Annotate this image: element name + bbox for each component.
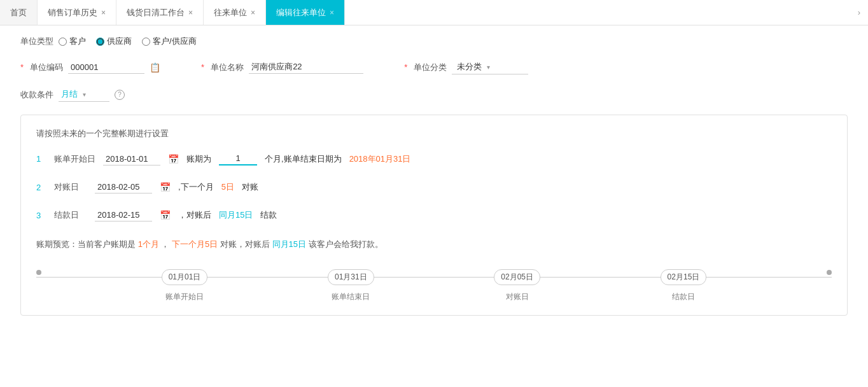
timeline-right-dot <box>827 270 832 275</box>
timeline: 01月01日 账单开始日 01月31日 账单结束日 02月05日 对账日 02月… <box>36 264 832 302</box>
radio-supplier-input[interactable] <box>96 38 104 46</box>
tab-edit-partner[interactable]: 编辑往来单位 × <box>266 0 345 25</box>
period-row-3-cal-icon[interactable]: 📅 <box>160 210 171 220</box>
tab-partner[interactable]: 往来单位 × <box>204 0 266 25</box>
tab-cash-daily-label: 钱货日清工作台 <box>127 7 185 18</box>
timeline-dot-left <box>36 270 41 275</box>
tab-edit-partner-close[interactable]: × <box>330 8 334 17</box>
preview-part1: 1个月 <box>138 239 159 249</box>
radio-supplier-label: 供应商 <box>107 36 132 47</box>
tab-sales-history-label: 销售订单历史 <box>48 7 97 18</box>
period-row-3-date[interactable] <box>95 209 152 222</box>
period-row-1-suffix-post: 个月,账单结束日期为 <box>265 153 342 165</box>
period-row-2-highlight: 5日 <box>221 181 234 193</box>
unit-classify-field: * 单位分类 未分类 ▾ <box>404 60 528 74</box>
unit-code-label: 单位编码 <box>30 62 63 73</box>
timeline-points: 01月01日 账单开始日 01月31日 账单结束日 02月05日 对账日 02月… <box>36 269 832 302</box>
timeline-date-3: 02月05日 <box>494 269 540 285</box>
tabs-right-arrow[interactable]: › <box>850 8 868 17</box>
tabs-bar: 首页 销售订单历史 × 钱货日清工作台 × 往来单位 × 编辑往来单位 × › <box>0 0 868 25</box>
payment-terms-row: 收款条件 月结 ▾ ? <box>20 87 848 102</box>
period-row-1-num: 1 <box>36 154 46 164</box>
period-row-1: 1 账单开始日 📅 账期为 个月,账单结束日期为 2018年01月31日 <box>36 152 832 165</box>
radio-supplier[interactable]: 供应商 <box>96 36 132 47</box>
timeline-left-dot <box>36 270 41 275</box>
preview-text: 账期预览：当前客户账期是 1个月 ， 下一个月5日 对账，对账后 同月15日 该… <box>36 237 832 251</box>
period-row-1-label: 账单开始日 <box>54 153 95 165</box>
period-row-2-cal-icon[interactable]: 📅 <box>160 182 171 192</box>
period-row-1-suffix-pre: 账期为 <box>186 153 211 165</box>
tab-cash-daily-close[interactable]: × <box>188 8 193 17</box>
timeline-label-1: 账单开始日 <box>165 292 204 302</box>
period-row-3-suffix-post: 结款 <box>260 209 277 221</box>
period-row-2-suffix-pre: ,下一个月 <box>178 181 214 193</box>
payment-terms-select[interactable]: 月结 ▾ <box>59 87 109 102</box>
tab-home-label: 首页 <box>10 7 27 18</box>
preview-part3: 同月15日 <box>272 239 306 249</box>
preview-middle2: 对账，对账后 <box>220 239 270 249</box>
timeline-date-4: 02月15日 <box>661 269 707 285</box>
timeline-dot-right <box>827 270 832 275</box>
timeline-point-2: 01月31日 账单结束日 <box>328 269 374 302</box>
radio-customer[interactable]: 客户 <box>59 36 86 47</box>
unit-name-star: * <box>201 62 204 72</box>
tab-sales-history[interactable]: 销售订单历史 × <box>38 0 116 25</box>
radio-both-input[interactable] <box>142 38 150 46</box>
payment-terms-label: 收款条件 <box>20 89 53 101</box>
payment-terms-field: 收款条件 月结 ▾ ? <box>20 87 125 102</box>
preview-part2: 下一个月5日 <box>172 239 218 249</box>
timeline-point-4: 02月15日 结款日 <box>661 269 707 302</box>
tab-cash-daily[interactable]: 钱货日清工作台 × <box>116 0 204 25</box>
period-row-1-cal-icon[interactable]: 📅 <box>168 154 179 164</box>
tab-sales-history-close[interactable]: × <box>101 8 106 17</box>
period-hint: 请按照未来的一个完整帐期进行设置 <box>36 128 832 139</box>
unit-classify-arrow: ▾ <box>487 64 490 71</box>
period-row-1-end-date: 2018年01月31日 <box>349 153 411 165</box>
radio-customer-input[interactable] <box>59 38 67 46</box>
unit-code-star: * <box>20 62 24 72</box>
timeline-label-3: 对账日 <box>506 292 529 302</box>
unit-classify-value: 未分类 <box>457 61 482 73</box>
unit-info-row: * 单位编码 📋 * 单位名称 * 单位分类 未分类 ▾ <box>20 60 848 74</box>
unit-classify-label: 单位分类 <box>414 62 447 73</box>
period-row-3-label: 结款日 <box>54 209 87 221</box>
unit-code-copy-icon[interactable]: 📋 <box>150 62 160 73</box>
tab-partner-close[interactable]: × <box>251 8 255 17</box>
tab-edit-partner-label: 编辑往来单位 <box>276 7 326 18</box>
unit-name-label: 单位名称 <box>211 62 244 73</box>
period-card: 请按照未来的一个完整帐期进行设置 1 账单开始日 📅 账期为 个月,账单结束日期… <box>20 115 848 316</box>
period-row-1-date[interactable] <box>103 153 160 165</box>
preview-label: 账期预览：当前客户账期是 <box>36 239 136 249</box>
unit-type-label: 单位类型 <box>20 36 53 47</box>
tab-home[interactable]: 首页 <box>0 0 38 25</box>
tab-partner-label: 往来单位 <box>214 7 247 18</box>
payment-terms-value: 月结 <box>61 88 78 100</box>
page-content: 单位类型 客户 供应商 客户/供应商 * 单位编码 <box>0 25 868 387</box>
timeline-date-1: 01月01日 <box>162 269 208 285</box>
period-row-3-highlight: 同月15日 <box>219 209 253 221</box>
period-row-3-num: 3 <box>36 211 46 220</box>
payment-terms-help-icon[interactable]: ? <box>115 90 125 100</box>
unit-type-radio-group: 客户 供应商 客户/供应商 <box>59 36 197 47</box>
preview-middle1: ， <box>161 239 169 249</box>
period-month-input[interactable] <box>219 152 257 165</box>
unit-type-row: 单位类型 客户 供应商 客户/供应商 <box>20 36 848 47</box>
timeline-label-4: 结款日 <box>672 292 695 302</box>
payment-terms-arrow: ▾ <box>83 91 86 98</box>
timeline-date-2: 01月31日 <box>328 269 374 285</box>
timeline-point-3: 02月05日 对账日 <box>494 269 540 302</box>
unit-code-input[interactable] <box>68 61 144 74</box>
unit-type-field: 单位类型 客户 供应商 客户/供应商 <box>20 36 197 47</box>
radio-both-label: 客户/供应商 <box>153 36 197 47</box>
period-row-2-suffix-post: 对账 <box>242 181 258 193</box>
unit-classify-select[interactable]: 未分类 ▾ <box>452 60 528 74</box>
period-row-3-suffix-pre: ，对账后 <box>178 209 211 221</box>
preview-end: 该客户会给我打款。 <box>309 239 383 249</box>
unit-name-input[interactable] <box>249 61 363 74</box>
period-row-2-date[interactable] <box>95 181 152 194</box>
radio-both[interactable]: 客户/供应商 <box>142 36 197 47</box>
period-row-2: 2 对账日 📅 ,下一个月 5日 对账 <box>36 181 832 194</box>
unit-code-field: * 单位编码 📋 <box>20 61 160 74</box>
period-row-2-num: 2 <box>36 183 46 192</box>
unit-name-field: * 单位名称 <box>201 61 363 74</box>
